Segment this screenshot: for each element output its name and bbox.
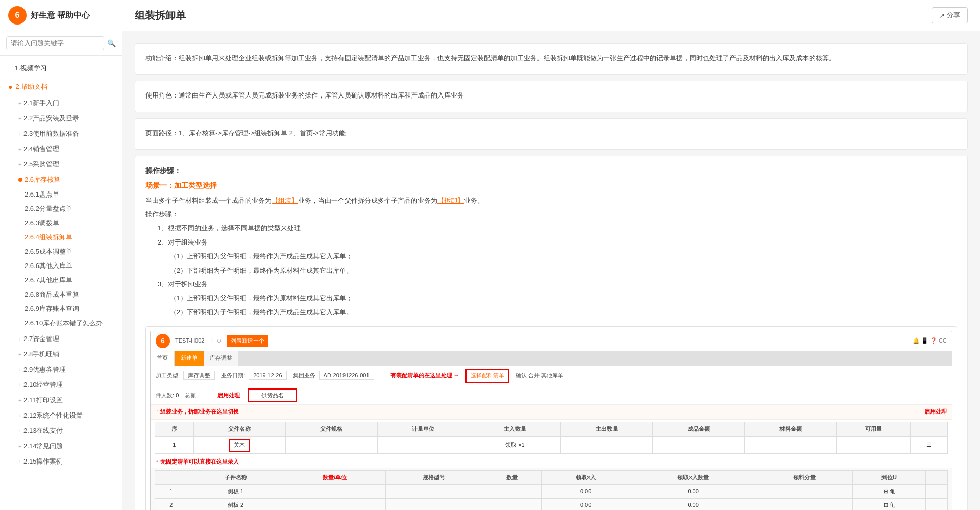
ss-test-id: TEST-H002 (175, 336, 204, 346)
sidebar-item-stockquery[interactable]: 2.6.9库存账本查询 (20, 302, 122, 316)
step3-sub1: （1）上部明细为父件明细，最终作为原材料生成其它出库单； (170, 292, 957, 304)
table-row: 2 侧板 2 0.00 0.00 ⊞ 龟 (155, 499, 948, 510)
ss-form-row1: 加工类型: 库存调整 业务日期: 2019-12-26 集团业务 AD-2019… (151, 366, 952, 386)
step2-sub2: （2）下部明细为子件明细，最终作为原材料生成其它出库单。 (170, 264, 957, 276)
logo-icon: 6 (8, 6, 27, 25)
sidebar-item-docs[interactable]: ● 2.帮助文档 (0, 78, 122, 95)
path-card: 页面路径：1、库存核算->库存管理->组装拆卸单 2、首页->常用功能 (135, 118, 968, 150)
ss-tabs: 首页 新建单 库存调整 (151, 351, 952, 366)
sidebar-item-newcomer[interactable]: + 2.1新手入门 (14, 95, 122, 111)
table-row: 1 关木 领取 ×1 ☰ (155, 437, 948, 454)
sidebar-item-assembly[interactable]: 2.6.4组装拆卸单 (20, 230, 122, 245)
sidebar-item-faq[interactable]: + 2.14常见问题 (14, 439, 122, 454)
inventory-deep-list: 2.6.1盘点单 2.6.2分量盘点单 2.6.3调拨单 2.6.4组装拆卸单 … (14, 187, 122, 330)
intro-text: 功能介绍：组装拆卸单用来处理企业组装或拆卸等加工业务，支持有固定装配清单的产品加… (145, 52, 957, 64)
ss-annotation4: 启用处理 (924, 407, 947, 417)
ss-annotation-lower: ↑ 无固定清单可以直接在这里录入 (151, 456, 952, 468)
scenario1-desc: 当由多个子件材料组装成一个成品的业务为【组装】业务，当由一个父件拆分成多个子产品… (145, 195, 957, 206)
step2: 2、对于组装业务 (158, 236, 957, 248)
ss-icons: 🔔 📱 ❓ CC (913, 336, 947, 346)
main-content: 功能介绍：组装拆卸单用来处理企业组装或拆卸等加工业务，支持有固定装配清单的产品加… (122, 31, 980, 510)
sidebar-item-purchase[interactable]: + 2.5采购管理 (14, 157, 122, 172)
nav-group-video: + 1.视频学习 (0, 60, 122, 77)
sidebar-item-cases[interactable]: + 2.15操作案例 (14, 454, 122, 469)
ss-tab-list: 库存调整 (204, 351, 238, 366)
ss-dots: ⋮ ⊙ (209, 336, 221, 346)
search-button[interactable]: 🔍 (107, 39, 116, 47)
main-header: 组装拆卸单 ↗ 分享 (122, 0, 980, 31)
intro-card: 功能介绍：组装拆卸单用来处理企业组装或拆卸等加工业务，支持有固定装配清单的产品加… (135, 43, 968, 75)
steps-intro: 操作步骤： (145, 208, 957, 220)
sidebar-item-print[interactable]: + 2.11打印设置 (14, 393, 122, 408)
nav-subgroup-inventory: 2.6库存核算 2.6.1盘点单 2.6.2分量盘点单 2.6.3调拨单 2.6… (14, 172, 122, 330)
main: 组装拆卸单 ↗ 分享 功能介绍：组装拆卸单用来处理企业组装或拆卸等加工业务，支持… (122, 0, 980, 510)
sidebar-item-payment[interactable]: + 2.13在线支付 (14, 423, 122, 439)
steps-title: 操作步骤： (145, 164, 957, 177)
ss-annotation4-text: ↑ 无固定清单可以直接在这里录入 (156, 458, 239, 465)
ss-newbtn: 列表新建一个 (227, 335, 268, 347)
sidebar-item-sales[interactable]: + 2.4销售管理 (14, 141, 122, 157)
sidebar-item-operation[interactable]: + 2.10经营管理 (14, 377, 122, 393)
sidebar-header: 6 好生意 帮助中心 (0, 0, 122, 31)
screenshot-container: 6 TEST-H002 ⋮ ⊙ 列表新建一个 🔔 📱 ❓ CC 首页 新建单 库… (145, 326, 957, 510)
nav-list: + 1.视频学习 ● 2.帮助文档 + 2.1新手入门 + 2.2产品安装及登录… (0, 56, 122, 510)
ss-upper-table: 序 父件名称 父件规格 计量单位 主入数量 主出数量 成品金额 材料金额 可用量 (151, 420, 952, 456)
sidebar-item-adjust[interactable]: 2.6.3调拨单 (20, 216, 122, 230)
ss-tab-home: 首页 (151, 351, 175, 366)
ss-logo: 6 (156, 334, 170, 348)
sidebar-item-coupon[interactable]: + 2.9优惠券管理 (14, 362, 122, 377)
screenshot-image: 6 TEST-H002 ⋮ ⊙ 列表新建一个 🔔 📱 ❓ CC 首页 新建单 库… (150, 331, 952, 510)
step2-sub1: （1）上部明细为父件明细，最终作为产成品生成其它入库单； (170, 250, 957, 262)
sidebar-item-otheroutbound[interactable]: 2.6.7其他出库单 (20, 273, 122, 287)
sidebar-item-data[interactable]: + 2.3使用前数据准备 (14, 126, 122, 141)
sidebar-item-stockerror[interactable]: 2.6.10库存账本错了怎么办 (20, 316, 122, 330)
page-title: 组装拆卸单 (135, 9, 186, 22)
ss-form-group: 集团业务 AD-20191226-001 (293, 371, 374, 381)
minus-icon: ● (8, 83, 12, 91)
plus-icon: + (8, 65, 12, 72)
sidebar-item-partialinventory[interactable]: 2.6.2分量盘点单 (20, 202, 122, 216)
step3: 3、对于拆卸业务 (158, 278, 957, 290)
sidebar-item-install[interactable]: + 2.2产品安装及登录 (14, 111, 122, 126)
sidebar-item-mobile[interactable]: + 2.8手机旺铺 (14, 347, 122, 362)
scenario1-title: 场景一：加工类型选择 (145, 179, 957, 192)
ss-annotation-row: ↑ 组装业务，拆卸业务在这里切换 启用处理 (151, 405, 952, 420)
ss-form-type: 加工类型: 库存调整 (156, 371, 215, 381)
nav-group-docs: ● 2.帮助文档 + 2.1新手入门 + 2.2产品安装及登录 + 2.3使用前… (0, 78, 122, 469)
search-box: 🔍 (0, 31, 122, 56)
ss-form-row2: 件人数: 0 总额 启用处理 供货品名 (151, 386, 952, 405)
sidebar-item-costadj[interactable]: 2.6.5成本调整单 (20, 245, 122, 259)
app-name: 好生意 帮助中心 (31, 10, 90, 21)
sidebar-item-video[interactable]: + 1.视频学习 (0, 60, 122, 77)
ss-annotation1: 有装配清单的在这里处理 → (390, 371, 459, 381)
role-card: 使用角色：通常由生产人员或库管人员完成拆装业务的操作，库管人员确认原材料的出库和… (135, 81, 968, 112)
step1: 1、根据不同的业务，选择不同单据的类型来处理 (158, 222, 957, 234)
search-input[interactable] (6, 36, 104, 50)
role-text: 使用角色：通常由生产人员或库管人员完成拆装业务的操作，库管人员确认原材料的出库和… (145, 89, 957, 101)
ss-enablebox: 供货品名 (248, 388, 297, 403)
ss-confirm-area: 确认 合并 其他库单 (516, 371, 564, 381)
docs-sub-list: + 2.1新手入门 + 2.2产品安装及登录 + 2.3使用前数据准备 + 2.… (0, 95, 122, 469)
ss-topbar: 6 TEST-H002 ⋮ ⊙ 列表新建一个 🔔 📱 ❓ CC (151, 331, 952, 351)
step3-sub2: （2）下部明细为子件明细，最终作为产成品生成其它入库单。 (170, 306, 957, 318)
ss-table-upper: 序 父件名称 父件规格 计量单位 主入数量 主出数量 成品金额 材料金额 可用量 (155, 422, 948, 454)
ss-form-date: 业务日期: 2019-12-26 (221, 371, 286, 381)
ss-table-lower: 子件名称 数量/单位 规格型号 数量 领取×入 领取×入数量 领料分量 到位U (155, 470, 948, 510)
ss-lower-table: 子件名称 数量/单位 规格型号 数量 领取×入 领取×入数量 领料分量 到位U (151, 468, 952, 510)
path-text: 页面路径：1、库存核算->库存管理->组装拆卸单 2、首页->常用功能 (145, 127, 957, 139)
ss-selectbom-btn: 选择配料清单 (465, 369, 509, 383)
sidebar-item-otherinbound[interactable]: 2.6.6其他入库单 (20, 259, 122, 273)
share-button[interactable]: ↗ 分享 (932, 7, 968, 23)
table-row: 1 侧板 1 0.00 0.00 ⊞ 龟 (155, 485, 948, 499)
sidebar-item-personalize[interactable]: + 2.12系统个性化设置 (14, 408, 122, 423)
ss-annotation3: ↑ 组装业务，拆卸业务在这里切换 (156, 407, 239, 417)
sidebar: 6 好生意 帮助中心 🔍 + 1.视频学习 ● 2.帮助文档 + 2.1新手入门 (0, 0, 122, 510)
share-icon: ↗ (939, 12, 945, 19)
sidebar-item-capital[interactable]: + 2.7资金管理 (14, 331, 122, 347)
steps-card: 操作步骤： 场景一：加工类型选择 当由多个子件材料组装成一个成品的业务为【组装】… (135, 156, 968, 510)
sidebar-item-inventory[interactable]: 2.6库存核算 (14, 172, 122, 187)
sidebar-item-goodscost[interactable]: 2.6.8商品成本重算 (20, 287, 122, 302)
sidebar-item-stocktake[interactable]: 2.6.1盘点单 (20, 187, 122, 202)
ss-annotation2: 启用处理 (217, 391, 240, 401)
ss-tab-active: 新建单 (175, 351, 204, 366)
